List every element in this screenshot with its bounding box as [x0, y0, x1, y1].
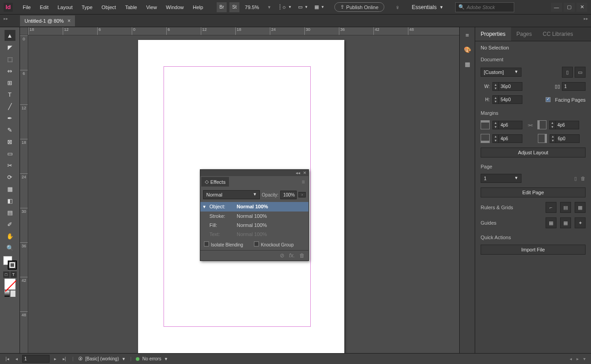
import-file-button[interactable]: Import File [481, 245, 586, 255]
text-format-icon[interactable]: T [10, 271, 17, 278]
pencil-tool[interactable]: ✎ [5, 124, 15, 135]
apply-none-icon[interactable] [5, 279, 15, 290]
vertical-ruler[interactable]: 0 6 12 18 24 30 36 42 48 [20, 35, 28, 353]
knockout-group-checkbox[interactable]: Knockout Group [254, 241, 293, 247]
landscape-orientation-button[interactable]: ▭ [575, 67, 586, 78]
opacity-dropdown[interactable]: › [298, 192, 306, 197]
baseline-grid-icon[interactable]: ▤ [560, 202, 571, 213]
zoom-tool[interactable]: 🔍 [5, 242, 15, 253]
pages-input[interactable]: 1 [562, 82, 586, 91]
container-format-icon[interactable]: □ [3, 271, 10, 278]
expand-icon[interactable]: ▾ [203, 204, 206, 210]
gradient-swatch-tool[interactable]: ▦ [5, 183, 15, 194]
arrange-icon[interactable]: ▦ ▼ [313, 3, 326, 11]
document-grid-icon[interactable]: ▦ [575, 202, 586, 213]
menu-help[interactable]: Help [188, 3, 208, 12]
margin-right-input[interactable]: ▲▼6p0 [550, 134, 580, 143]
bridge-button[interactable]: Br [217, 2, 227, 12]
smart-guides-icon[interactable]: ✦ [575, 217, 586, 228]
search-input[interactable] [467, 5, 511, 10]
selection-tool[interactable]: ▲ [5, 30, 15, 41]
minimize-button[interactable]: — [551, 3, 562, 12]
learn-icon[interactable]: ♀ [395, 4, 400, 11]
margin-bottom-input[interactable]: ▲▼4p6 [492, 134, 522, 143]
height-value[interactable]: 54p0 [499, 95, 522, 104]
tab-pages[interactable]: Pages [511, 27, 537, 41]
fill-stroke-swatch[interactable] [3, 256, 17, 270]
width-value[interactable]: 36p0 [499, 82, 522, 91]
isolate-blending-checkbox[interactable]: Isolate Blending [204, 241, 243, 247]
adjust-layout-button[interactable]: Adjust Layout [481, 148, 586, 157]
gap-tool[interactable]: ⇔ [5, 65, 15, 76]
effects-object-row[interactable]: ▾ Object: Normal 100% [200, 202, 308, 212]
zoom-dropdown[interactable]: ▼ [264, 5, 274, 10]
rectangle-frame-tool[interactable]: ⊠ [5, 136, 15, 147]
margin-top-value[interactable]: 4p6 [499, 121, 522, 129]
color-panel-icon[interactable]: 🎨 [462, 44, 472, 54]
maximize-button[interactable]: ▢ [564, 3, 575, 12]
stroke-swatch[interactable] [8, 261, 17, 270]
height-input[interactable]: ▲▼ 54p0 [492, 95, 522, 104]
collapse-toolbox-icon[interactable]: ▸▸ [4, 16, 8, 21]
link-margins-icon[interactable]: ⫘ [527, 122, 533, 128]
dock-menu-icon[interactable]: ≡ [462, 30, 472, 40]
blend-mode-select[interactable]: Normal ▼ [203, 190, 260, 199]
close-button[interactable]: ✕ [576, 3, 587, 12]
page-preset-select[interactable]: [Custom] ▼ [481, 68, 521, 77]
scroll-right-button[interactable]: ▸ [575, 356, 581, 361]
content-collector-tool[interactable]: ⊞ [5, 77, 15, 88]
swatches-panel-icon[interactable]: ▦ [462, 59, 472, 69]
horizontal-ruler[interactable]: 18 12 6 0 6 12 18 24 30 36 42 48 [28, 27, 459, 35]
panel-collapse-icon[interactable]: ◂◂ [296, 171, 300, 175]
lock-guides-icon[interactable]: ▦ [560, 217, 571, 228]
delete-icon[interactable]: 🗑 [299, 252, 305, 259]
menu-file[interactable]: File [18, 3, 35, 12]
margin-right-value[interactable]: 6p0 [556, 134, 580, 143]
menu-edit[interactable]: Edit [35, 3, 53, 12]
adobe-stock-search[interactable]: 🔍 [455, 2, 514, 12]
direct-selection-tool[interactable]: ◤ [5, 42, 15, 53]
note-tool[interactable]: ▤ [5, 207, 15, 218]
panel-close-icon[interactable]: ✕ [303, 171, 307, 175]
view-options-icon[interactable]: ┊☼ ▼ [277, 3, 293, 11]
facing-pages-checkbox[interactable] [546, 97, 551, 102]
gradient-feather-tool[interactable]: ◧ [5, 195, 15, 206]
master-page-icon[interactable]: ⦿ [78, 356, 83, 361]
eyedropper-tool[interactable]: ✐ [5, 219, 15, 230]
pen-tool[interactable]: ✒ [5, 113, 15, 123]
opacity-input[interactable]: 100% [280, 191, 297, 199]
edit-page-button[interactable]: Edit Page [481, 187, 586, 197]
margin-top-input[interactable]: ▲▼4p6 [492, 121, 522, 129]
ruler-icon[interactable]: ⌐ [546, 202, 556, 213]
scroll-down-button[interactable]: ▾ [581, 356, 587, 361]
portrait-orientation-button[interactable]: ▯ [562, 67, 573, 78]
chevron-down-icon[interactable]: ▼ [122, 357, 126, 361]
delete-page-icon[interactable]: 🗑 [581, 176, 586, 182]
menu-view[interactable]: View [142, 3, 162, 12]
margin-bottom-value[interactable]: 4p6 [499, 134, 522, 143]
new-page-icon[interactable]: ▯ [574, 176, 577, 182]
preflight-status[interactable]: No errors [142, 356, 161, 361]
effects-fill-row[interactable]: Fill: Normal 100% [200, 221, 308, 230]
effects-tab[interactable]: ◇ Effects [201, 177, 229, 187]
preflight-profile[interactable]: [Basic] (working) [85, 356, 119, 361]
hand-tool[interactable]: ✋ [5, 231, 15, 241]
effects-stroke-row[interactable]: Stroke: Normal 100% [200, 212, 308, 221]
next-page-button[interactable]: ▸ [52, 356, 58, 361]
show-guides-icon[interactable]: ▦ [546, 217, 556, 228]
tab-close-icon[interactable]: × [67, 18, 70, 24]
last-page-button[interactable]: ▸| [61, 356, 68, 361]
menu-layout[interactable]: Layout [53, 3, 77, 12]
menu-object[interactable]: Object [97, 3, 121, 12]
page-tool[interactable]: ⬚ [5, 54, 15, 64]
page-number-select[interactable]: 1 ▼ [481, 174, 521, 183]
tab-properties[interactable]: Properties [475, 27, 511, 41]
publish-online-button[interactable]: ⇪ Publish Online [334, 2, 384, 12]
workspace-selector[interactable]: Essentials ▼ [412, 4, 444, 10]
tab-cc-libraries[interactable]: CC Libraries [537, 27, 579, 41]
rectangle-tool[interactable]: ▭ [5, 148, 15, 159]
page-number-input[interactable] [22, 355, 50, 363]
type-tool[interactable]: T [5, 89, 15, 100]
first-page-button[interactable]: |◂ [4, 356, 11, 361]
prev-page-button[interactable]: ◂ [14, 356, 20, 361]
